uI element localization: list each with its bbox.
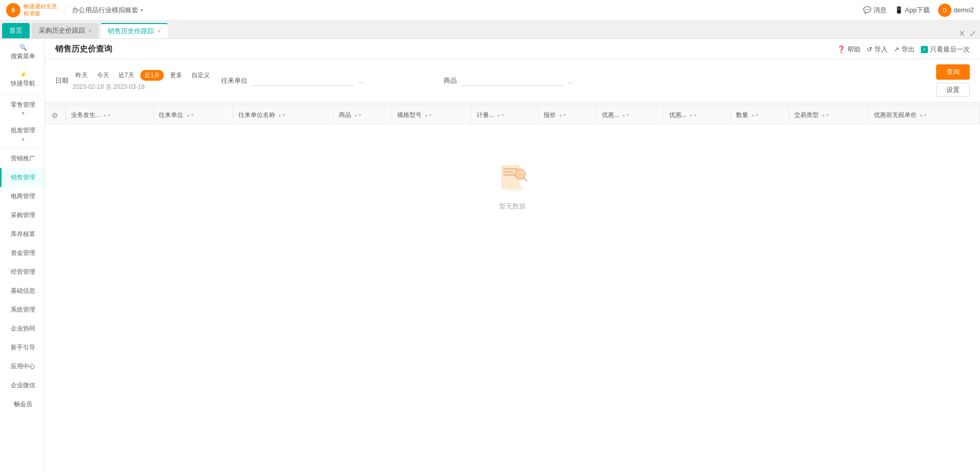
topbar-right: 💬 消息 📱 App下载 D demo2 [863, 4, 974, 17]
table-body: 暂无数据 [45, 124, 980, 242]
date-range-text: 2023-02-18 至 2023-03-18 [72, 83, 213, 91]
product-dots[interactable]: ... [567, 76, 574, 85]
sidebar-item-wholesale[interactable]: 批发管理 ▴ [0, 121, 44, 147]
svg-line-7 [524, 178, 527, 181]
table-header-row: ⚙ 业务发生... ▲▼ 往来单位 ▲▼ [45, 107, 980, 124]
sidebar-item-finance[interactable]: 资金管理 [0, 244, 44, 263]
sidebar-item-purchase[interactable]: 采购管理 [0, 206, 44, 225]
sidebar-divider-2 [0, 148, 44, 148]
help-button[interactable]: ❓ 帮助 [837, 45, 861, 54]
content-area: 销售历史价查询 ❓ 帮助 ↺ 导入 ↗ 导出 ✓ 只看最后一次 [45, 39, 980, 472]
tab-home[interactable]: 首页 [2, 23, 30, 38]
setting-button[interactable]: 设置 [936, 83, 970, 97]
tab-sales-close-icon[interactable]: × [157, 28, 160, 34]
sidebar-item-operations[interactable]: 经营管理 [0, 263, 44, 281]
sidebar-item-appstore[interactable]: 应用中心 [0, 357, 44, 376]
message-button[interactable]: 💬 消息 [863, 6, 887, 15]
sort-arrows-quote: ▲▼ [558, 113, 567, 117]
sidebar-item-sales[interactable]: 销售管理 [0, 168, 44, 187]
date-btn-yesterday[interactable]: 昨天 [72, 70, 91, 81]
th-partner-code[interactable]: 往来单位 ▲▼ [154, 107, 233, 124]
date-label: 日期 [55, 76, 68, 85]
chevron-down-icon: ▾ [140, 7, 143, 13]
sort-arrows-biz-date: ▲▼ [103, 113, 111, 117]
sidebar-item-marketing[interactable]: 营销推广 [0, 149, 44, 168]
sidebar-item-basic[interactable]: 基础信息 [0, 281, 44, 300]
maximize-icon[interactable]: ⤢ [969, 29, 976, 38]
sidebar-item-inventory[interactable]: 库存核算 [0, 225, 44, 244]
date-buttons: 昨天 今天 近7天 近1月 更多 自定义 [72, 70, 213, 81]
import-button[interactable]: ↺ 导入 [867, 45, 888, 54]
th-trade-type[interactable]: 交易类型 ▲▼ [789, 107, 869, 124]
empty-icon [492, 155, 533, 196]
svg-rect-4 [503, 174, 516, 176]
date-btn-custom[interactable]: 自定义 [188, 70, 213, 81]
topbar: 6 畅捷通好生意 标准版 办公用品行业模拟账套 ▾ 💬 消息 📱 App下载 D… [0, 0, 980, 20]
sort-arrows-unit: ▲▼ [497, 113, 505, 117]
data-table: ⚙ 业务发生... ▲▼ 往来单位 ▲▼ [45, 107, 980, 242]
quick-nav-icon: ⚡ [19, 71, 27, 78]
message-icon: 💬 [863, 6, 871, 14]
table-area: ⚙ 业务发生... ▲▼ 往来单位 ▲▼ [45, 107, 980, 472]
th-discount2[interactable]: 优惠... ▲▼ [664, 107, 730, 124]
partner-filter-group: 往来单位 ... [221, 76, 435, 86]
sort-arrows-product: ▲▼ [354, 113, 362, 117]
tab-purchase-close-icon[interactable]: × [88, 28, 91, 34]
sort-arrows-pretax-price: ▲▼ [919, 113, 927, 117]
download-icon: 📱 [895, 6, 903, 14]
sort-arrows-discount2: ▲▼ [689, 113, 697, 117]
tabbar: 首页 采购历史价跟踪 × 销售历史价跟踪 × ✕ ⤢ [0, 20, 980, 39]
partner-dots[interactable]: ... [358, 76, 364, 85]
tab-purchase-history[interactable]: 采购历史价跟踪 × [32, 23, 99, 38]
th-quantity[interactable]: 数量 ▲▼ [731, 107, 789, 124]
only-last-wrapper[interactable]: ✓ 只看最后一次 [921, 45, 970, 54]
date-btn-more[interactable]: 更多 [167, 70, 185, 81]
main-container: 🔍 搜索菜单 ⚡ 快捷导航 零售管理 ▾ 批发管理 ▴ 营销推广 销售管理 电商… [0, 39, 980, 472]
only-last-checkbox[interactable]: ✓ [921, 46, 928, 53]
sidebar-item-member[interactable]: 畅会员 [0, 395, 44, 414]
user-menu[interactable]: D demo2 [938, 4, 974, 17]
th-discount1[interactable]: 优惠... ▲▼ [597, 107, 664, 124]
date-btn-1month[interactable]: 近1月 [140, 70, 164, 81]
th-biz-date[interactable]: 业务发生... ▲▼ [65, 107, 154, 124]
th-partner-name[interactable]: 往来单位名称 ▲▼ [233, 107, 334, 124]
th-gear[interactable]: ⚙ [45, 107, 65, 124]
sidebar-item-ecommerce[interactable]: 电商管理 [0, 187, 44, 206]
filter-row: 日期 昨天 今天 近7天 近1月 更多 自定义 2023-02-18 至 202… [55, 64, 970, 97]
logo-area: 6 畅捷通好生意 标准版 [6, 3, 57, 17]
gear-icon[interactable]: ⚙ [52, 111, 58, 120]
date-btn-7days[interactable]: 近7天 [115, 70, 137, 81]
th-pretax-price[interactable]: 优惠前无税单价 ▲▼ [868, 107, 979, 124]
product-input[interactable] [461, 76, 563, 86]
avatar: D [938, 4, 951, 17]
help-icon: ❓ [837, 45, 845, 53]
th-spec[interactable]: 规格型号 ▲▼ [392, 107, 472, 124]
sort-arrows-partner-name: ▲▼ [278, 113, 286, 117]
sidebar-item-search[interactable]: 🔍 搜索菜单 [0, 39, 44, 66]
query-button[interactable]: 查询 [936, 64, 970, 80]
sidebar-item-system[interactable]: 系统管理 [0, 300, 44, 319]
filter-action-buttons: 查询 设置 [936, 64, 970, 97]
tab-sales-history[interactable]: 销售历史价跟踪 × [101, 23, 167, 38]
topbar-left: 6 畅捷通好生意 标准版 办公用品行业模拟账套 ▾ [6, 3, 143, 17]
page-title: 销售历史价查询 [55, 44, 112, 55]
th-product[interactable]: 商品 ▲▼ [334, 107, 392, 124]
sort-arrows-trade-type: ▲▼ [821, 113, 829, 117]
partner-input[interactable] [252, 76, 354, 86]
sort-arrows-partner-code: ▲▼ [186, 113, 194, 117]
app-download-button[interactable]: 📱 App下载 [895, 6, 930, 15]
date-btn-today[interactable]: 今天 [94, 70, 112, 81]
sidebar-item-enterprise[interactable]: 企业协同 [0, 319, 44, 338]
svg-point-8 [518, 172, 523, 177]
workspace-selector[interactable]: 办公用品行业模拟账套 ▾ [65, 6, 143, 15]
sidebar-item-wechat[interactable]: 企业微信 [0, 376, 44, 395]
sidebar-item-quick-nav[interactable]: ⚡ 快捷导航 [0, 66, 44, 93]
export-button[interactable]: ↗ 导出 [894, 45, 915, 54]
filter-bar: 日期 昨天 今天 近7天 近1月 更多 自定义 2023-02-18 至 202… [45, 59, 980, 103]
th-quote[interactable]: 报价 ▲▼ [538, 107, 597, 124]
search-icon: 🔍 [19, 44, 27, 51]
th-unit[interactable]: 计量... ▲▼ [471, 107, 538, 124]
sidebar-item-guide[interactable]: 新手引导 [0, 338, 44, 357]
close-all-icon[interactable]: ✕ [959, 29, 965, 38]
sidebar-item-retail[interactable]: 零售管理 ▾ [0, 96, 44, 121]
